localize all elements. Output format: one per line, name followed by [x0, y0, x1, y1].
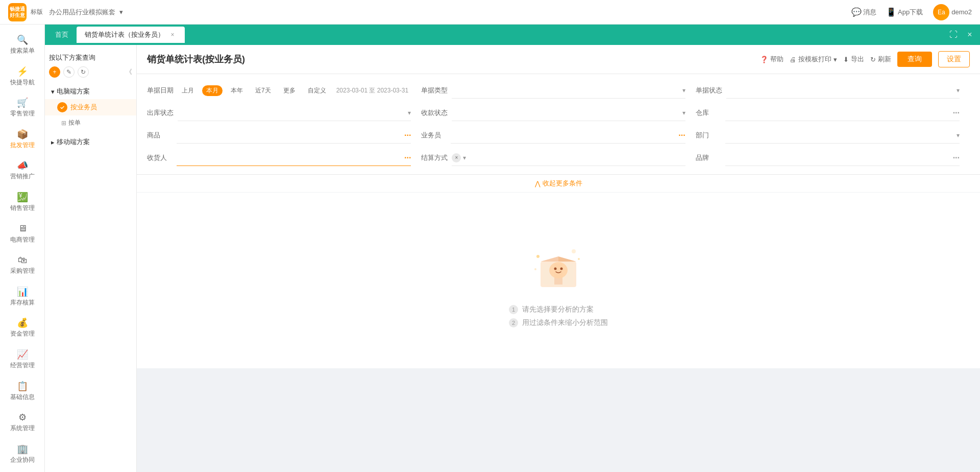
svg-point-6	[560, 268, 563, 270]
salesman-dots[interactable]: ···	[678, 131, 685, 140]
date-filter: 上月 本月 本年 近7天 更多 自定义 2023-03-01 至 2023-03…	[178, 85, 411, 96]
filter-department: 部门	[696, 127, 970, 144]
tab-close-icon[interactable]: ×	[168, 31, 177, 39]
brand-label: 品牌	[696, 153, 721, 162]
date-this-year-button[interactable]: 本年	[227, 85, 247, 96]
breadcrumb[interactable]: 办公用品行业模拟账套 ▾	[49, 8, 123, 17]
collapse-left-icon: 《	[126, 68, 132, 76]
doc-type-control[interactable]	[452, 82, 685, 99]
settlement-clear-icon[interactable]: ×	[452, 153, 461, 162]
collapse-left-button[interactable]: 《	[126, 67, 132, 77]
print-button[interactable]: 🖨 按模板打印 ▾	[790, 55, 837, 64]
tab-home[interactable]: 首页	[49, 27, 75, 43]
avatar: Ea	[933, 4, 949, 20]
refresh-scheme-button[interactable]: ↻	[78, 66, 89, 78]
sidebar-item-purchase[interactable]: 🛍 采购管理	[2, 250, 42, 279]
settings-button[interactable]: 设置	[938, 51, 970, 67]
consignee-control[interactable]: ···	[177, 150, 411, 166]
doc-type-label: 单据类型	[421, 86, 448, 95]
scheme-item-salesman[interactable]: 按业务员	[45, 99, 136, 115]
message-button[interactable]: 💬 消息	[852, 8, 876, 17]
date-range-text: 2023-03-01 至 2023-03-31	[336, 86, 408, 95]
filter-doc-status: 单据状态	[696, 82, 970, 99]
collapse-more-bar[interactable]: ⋀ 收起更多条件	[137, 175, 980, 192]
tab-active[interactable]: 销货单统计表（按业务员） ×	[77, 27, 185, 43]
brand-dots[interactable]: ···	[953, 153, 960, 162]
edit-icon: ✎	[66, 68, 71, 76]
edit-scheme-button[interactable]: ✎	[63, 66, 75, 78]
payment-status-label: 收款状态	[421, 108, 448, 117]
doc-status-control[interactable]	[726, 82, 960, 99]
sidebar-item-basic[interactable]: 📋 基础信息	[2, 376, 42, 406]
sidebar-item-retail[interactable]: 🛒 零售管理	[2, 92, 42, 122]
header-left: 畅捷通好生意 标版 办公用品行业模拟账套 ▾	[8, 3, 123, 21]
tab-bar-right: ⛶ ×	[947, 29, 976, 41]
warehouse-label: 仓库	[696, 108, 721, 117]
refresh-button[interactable]: ↻ 刷新	[870, 55, 891, 64]
date-last-month-button[interactable]: 上月	[178, 85, 198, 96]
user-avatar-button[interactable]: Ea demo2	[933, 4, 972, 20]
sidebar-item-marketing[interactable]: 📣 营销推广	[2, 155, 42, 185]
empty-tips: 1 请先选择要分析的方案 2 用过滤条件来缩小分析范围	[509, 305, 608, 327]
add-scheme-button[interactable]: +	[49, 66, 60, 78]
basic-icon: 📋	[16, 380, 29, 392]
help-button[interactable]: ❓ 帮助	[760, 55, 783, 64]
payment-status-control[interactable]	[452, 105, 685, 121]
tab-bar: 首页 销货单统计表（按业务员） × ⛶ ×	[45, 25, 980, 45]
sidebar-item-search[interactable]: 🔍 搜索菜单	[2, 30, 42, 59]
sub-item-order[interactable]: ⊞ 按单	[45, 115, 136, 130]
sidebar-item-enterprise[interactable]: 🏢 企业协同	[2, 439, 42, 468]
sidebar-item-inventory[interactable]: 📊 库存核算	[2, 281, 42, 311]
logo-icon: 畅捷通好生意	[8, 3, 27, 21]
print-arrow-icon: ▾	[834, 56, 837, 63]
collapse-up-icon: ⋀	[535, 180, 541, 187]
sidebar-item-shortcut[interactable]: ⚡ 快捷导航	[2, 61, 42, 91]
sidebar-item-system[interactable]: ⚙ 系统管理	[2, 407, 42, 437]
date-custom-button[interactable]: 自定义	[304, 85, 330, 96]
sidebar-item-finance[interactable]: 💰 资金管理	[2, 313, 42, 342]
goods-dots[interactable]: ···	[404, 131, 411, 140]
date-more-button[interactable]: 更多	[279, 85, 300, 96]
app-download-button[interactable]: 📱 App下载	[887, 8, 923, 17]
sidebar-item-label-operation: 经营管理	[10, 362, 35, 370]
svg-point-9	[572, 249, 576, 253]
department-control[interactable]	[725, 127, 960, 144]
export-button[interactable]: ⬇ 导出	[843, 55, 864, 64]
warehouse-dots[interactable]: ···	[953, 108, 960, 117]
chevron-right-icon: ▸	[51, 138, 55, 146]
empty-icon	[528, 233, 589, 295]
date-this-month-button[interactable]: 本月	[202, 85, 223, 96]
sidebar-item-operation[interactable]: 📈 经营管理	[2, 344, 42, 374]
top-header: 畅捷通好生意 标版 办公用品行业模拟账套 ▾ 💬 消息 📱 App下载 Ea d…	[0, 0, 980, 25]
settlement-control[interactable]: ×	[452, 150, 685, 166]
consignee-dots[interactable]: ···	[404, 153, 411, 162]
goods-control[interactable]: ···	[177, 127, 411, 144]
query-button[interactable]: 查询	[897, 52, 932, 67]
desktop-scheme-header[interactable]: ▾ 电脑端方案	[45, 84, 136, 99]
salesman-control[interactable]: ···	[451, 127, 685, 144]
filter-row-2: 出库状态 收款状态	[147, 105, 970, 121]
sidebar-item-newuser[interactable]: 🎯 新手引导	[2, 470, 42, 472]
warehouse-control[interactable]: ···	[725, 105, 960, 121]
sidebar-item-sales[interactable]: 💹 销售管理	[2, 187, 42, 217]
brand-control[interactable]: ···	[725, 150, 960, 166]
enterprise-icon: 🏢	[16, 443, 29, 455]
retail-icon: 🛒	[16, 97, 29, 109]
svg-point-0	[59, 104, 66, 111]
sidebar-item-wholesale[interactable]: 📦 批发管理	[2, 124, 42, 154]
empty-tip-2: 2 用过滤条件来缩小分析范围	[509, 318, 608, 327]
filter-consignee: 收货人 ···	[147, 150, 421, 166]
help-label: 帮助	[770, 55, 783, 64]
out-status-control[interactable]	[178, 105, 411, 121]
date-7days-button[interactable]: 近7天	[251, 85, 275, 96]
content-area: 首页 销货单统计表（按业务员） × ⛶ × 按以下方案查询 +	[45, 25, 980, 472]
empty-tip-1: 1 请先选择要分析的方案	[509, 305, 608, 314]
app-download-label: App下载	[898, 8, 923, 17]
doc-status-arrow-icon	[957, 87, 960, 94]
mobile-scheme-header[interactable]: ▸ 移动端方案	[45, 134, 136, 150]
tab-close-all-icon[interactable]: ×	[964, 29, 976, 41]
tab-maximize-icon[interactable]: ⛶	[947, 29, 960, 41]
sidebar-item-ecommerce[interactable]: 🖥 电商管理	[2, 219, 42, 248]
filter-salesman: 业务员 ···	[421, 127, 695, 144]
tip-num-2: 2	[509, 318, 518, 327]
